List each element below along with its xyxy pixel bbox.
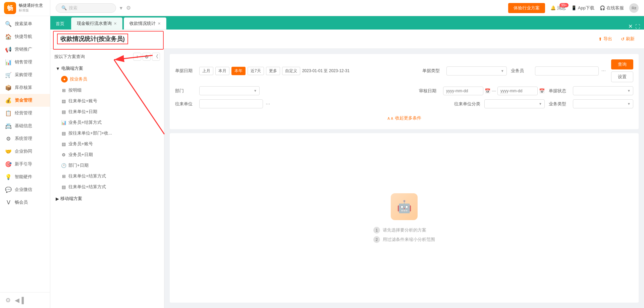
notification-area[interactable]: 🔔 消息 99+ <box>550 5 566 11</box>
top-bar-left: 🔍 搜索 ▼ ⚙ <box>56 3 131 13</box>
table-icon-4: ▤ <box>61 141 66 147</box>
dept-select[interactable] <box>199 86 260 95</box>
partner-type-select[interactable] <box>484 99 545 108</box>
empty-step-1: 1 请先选择要分析的方案 <box>373 227 435 234</box>
date-btn-last-month[interactable]: 上月 <box>199 67 213 75</box>
filter-actions: 查询 设置 <box>611 59 633 82</box>
wechat-icon: 💬 <box>5 187 11 193</box>
voucher-type-select[interactable] <box>446 66 507 75</box>
partner-input[interactable] <box>199 99 263 108</box>
partner-more-btn[interactable]: ··· <box>264 101 271 107</box>
settings-icon[interactable]: ⚙ <box>126 5 131 11</box>
export-button[interactable]: ⬆ 导出 <box>596 35 615 43</box>
partner-label: 往来单位 <box>175 101 195 107</box>
query-button[interactable]: 查询 <box>611 59 633 69</box>
sidebar-item-search[interactable]: 🔍 搜索菜单 <box>0 17 50 30</box>
date-btn-7days[interactable]: 近7天 <box>248 67 264 75</box>
step-num-1: 1 <box>373 227 380 234</box>
collapse-scheme-button[interactable]: 《 <box>152 53 160 61</box>
tab-close-bank[interactable]: ✕ <box>114 21 117 26</box>
user-avatar[interactable]: Rit <box>629 3 639 13</box>
chevron-down-icon[interactable]: ▼ <box>119 5 123 11</box>
sidebar-item-basic[interactable]: 📇 基础信息 <box>0 119 50 132</box>
empty-steps: 1 请先选择要分析的方案 2 用过滤条件来缩小分析范围 <box>373 227 435 243</box>
megaphone-icon: 📢 <box>5 46 11 52</box>
tab-close-collection[interactable]: ✕ <box>158 21 161 26</box>
add-scheme-button[interactable]: + <box>133 53 141 61</box>
cart-icon: 🛒 <box>5 72 11 78</box>
biz-type-select[interactable] <box>573 99 633 108</box>
sidebar-item-marketing[interactable]: 📢 营销推广 <box>0 43 50 56</box>
salesman-more-btn[interactable]: ··· <box>600 68 607 74</box>
partner-type-select-wrapper <box>484 99 545 108</box>
page-actions: ⬆ 导出 ↺ 刷新 <box>596 35 637 43</box>
search-bar[interactable]: 🔍 搜索 <box>56 3 116 13</box>
collapse-sidebar-icon[interactable]: ◀▐ <box>15 297 24 304</box>
date-options: 上月 本月 本年 近7天 更多 自定义 2023-01-01 至 2023-12… <box>199 67 350 75</box>
date-range-display: 2023-01-01 至 2023-12-31 <box>302 68 350 74</box>
settings-scheme-button[interactable]: ⚙ <box>143 53 151 61</box>
sidebar-item-inventory[interactable]: 📦 库存核算 <box>0 81 50 94</box>
empty-step-2: 2 用过滤条件来缩小分析范围 <box>373 236 435 243</box>
scheme-item-salesman-account[interactable]: ▤ 业务员+账号 <box>54 139 160 149</box>
collapse-bar[interactable]: ∧∧ 收起更多条件 <box>175 112 633 124</box>
app-download-btn[interactable]: 📱 App下载 <box>571 5 594 11</box>
scheme-item-by-salesman[interactable]: ● 按业务员 <box>54 73 160 85</box>
calendar-to-icon[interactable]: 📅 <box>539 88 545 94</box>
scheme-section-mobile-title[interactable]: ▶ 移动端方案 <box>54 194 160 204</box>
table-icon-5: ▤ <box>61 184 66 190</box>
sidebar-item-nav[interactable]: 🏠 快捷导航 <box>0 30 50 43</box>
window-expand-icon[interactable]: ⛶ <box>635 24 640 29</box>
scheme-section-pc-title[interactable]: ▼ 电脑端方案 <box>54 63 160 73</box>
sidebar-item-wechat[interactable]: 💬 企业微信 <box>0 183 50 196</box>
chevron-right-section-icon: ▶ <box>56 196 59 201</box>
sidebar-item-mgmt[interactable]: 📋 经营管理 <box>0 107 50 119</box>
audit-date-group: 📅 — 📅 <box>443 87 545 95</box>
calendar-from-icon[interactable]: 📅 <box>485 88 490 94</box>
clock-icon: 🕐 <box>61 163 66 168</box>
sidebar-item-finance[interactable]: 💰 资金管理 <box>0 94 50 107</box>
voucher-status-select[interactable] <box>573 86 633 95</box>
audit-date-from[interactable] <box>443 87 483 95</box>
trial-button[interactable]: 体验行业方案 <box>508 3 545 13</box>
home-icon: 🏠 <box>5 34 11 40</box>
online-service-btn[interactable]: 🎧 在线客服 <box>600 5 624 11</box>
set-button[interactable]: 设置 <box>611 71 633 82</box>
audit-date-to[interactable] <box>497 87 538 95</box>
scheme-item-partner-date[interactable]: ▤ 往来单位+日期 <box>54 106 160 117</box>
date-btn-more[interactable]: 更多 <box>266 67 280 75</box>
logo-name: 畅捷通好生意 <box>19 3 43 8</box>
biz-type-select-wrapper <box>573 99 633 108</box>
scheme-item-partner-settle2[interactable]: ▤ 往来单位+结算方式 <box>54 182 160 192</box>
refresh-button[interactable]: ↺ 刷新 <box>618 35 637 43</box>
settings-bottom-icon[interactable]: ⚙ <box>5 297 11 304</box>
sidebar-logo: 畅 畅捷通好生意 标准版 <box>0 0 50 16</box>
window-close-icon[interactable]: ✕ <box>628 23 633 30</box>
sidebar-item-purchase[interactable]: 🛒 采购管理 <box>0 68 50 81</box>
sidebar-item-system[interactable]: ⚙ 系统管理 <box>0 132 50 145</box>
date-btn-this-month[interactable]: 本月 <box>215 67 229 75</box>
tab-bank-flow[interactable]: 现金银行流水查询 ✕ <box>71 17 122 30</box>
date-btn-custom[interactable]: 自定义 <box>282 67 300 75</box>
sidebar-item-collab[interactable]: 🤝 企业协同 <box>0 145 50 158</box>
scheme-item-by-detail[interactable]: ⊞ 按明细 <box>54 85 160 96</box>
scheme-item-partner-settle1[interactable]: ⊞ 往来单位+结算方式 <box>54 171 160 182</box>
scheme-item-partner-dept[interactable]: ▤ 按往来单位+部门+收... <box>54 128 160 139</box>
top-bar: 🔍 搜索 ▼ ⚙ 体验行业方案 🔔 消息 99+ 📱 App下载 🎧 在线客服 <box>50 0 644 16</box>
sidebar-item-member[interactable]: Ⅴ 畅会员 <box>0 196 50 209</box>
date-btn-this-year[interactable]: 本年 <box>231 67 246 75</box>
scheme-item-partner-account[interactable]: ▤ 往来单位+账号 <box>54 96 160 106</box>
scheme-item-salesman-date[interactable]: ⚙ 业务员+日期 <box>54 149 160 160</box>
scheme-header: 按以下方案查询 + ⚙ 《 <box>54 53 160 61</box>
sidebar-item-sales[interactable]: 📊 销售管理 <box>0 56 50 68</box>
scheme-item-dept-date[interactable]: 🕐 部门+日期 <box>54 160 160 171</box>
scheme-item-salesman-settle[interactable]: 📊 业务员+结算方式 <box>54 117 160 128</box>
bell-icon: 🔔 <box>550 5 556 10</box>
tab-home[interactable]: 首页 <box>50 18 70 30</box>
sidebar-item-guide[interactable]: 🎯 新手引导 <box>0 158 50 170</box>
scheme-header-label: 按以下方案查询 <box>54 54 85 60</box>
tab-bar: 首页 现金银行流水查询 ✕ 收款情况统计 ✕ ✕ ⛶ <box>50 16 644 30</box>
tab-collection-stat[interactable]: 收款情况统计 ✕ <box>124 17 166 30</box>
sidebar-item-hardware[interactable]: 💡 智能硬件 <box>0 170 50 183</box>
salesman-input[interactable] <box>535 66 599 75</box>
